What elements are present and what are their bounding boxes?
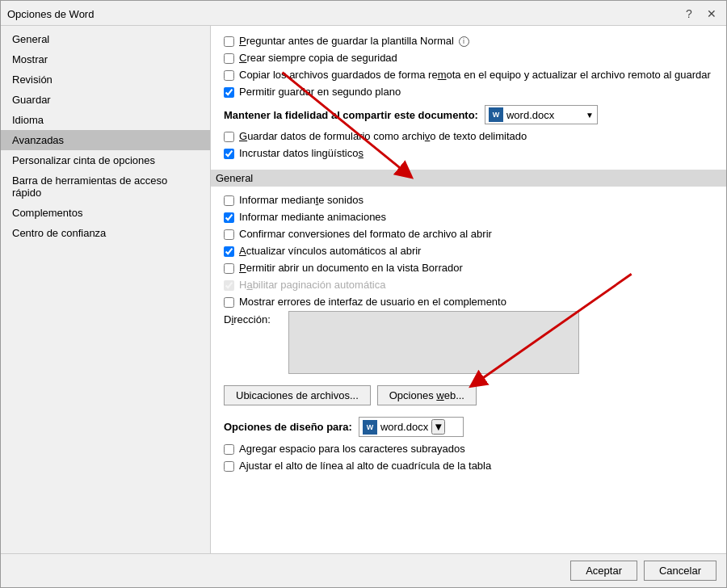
checkbox-sonidos[interactable] xyxy=(224,195,234,206)
direccion-container: Dirección: xyxy=(224,310,713,376)
diseno-word-icon: W xyxy=(363,420,377,435)
ubicaciones-button[interactable]: Ubicaciones de archivos... xyxy=(224,385,371,405)
opciones-web-button[interactable]: Opciones web... xyxy=(377,385,477,405)
label-paginacion-automatica: Habilitar paginación automática xyxy=(239,279,713,291)
diseno-section-row: Opciones de diseño para: W word.docx ▼ xyxy=(224,412,713,440)
options-dialog: Opciones de Word ? ✕ General Mostrar Rev… xyxy=(0,0,727,588)
dialog-footer: Aceptar Cancelar xyxy=(1,553,726,587)
sidebar-item-general[interactable]: General xyxy=(1,29,210,49)
label-segundo-plano[interactable]: Permitir guardar en segundo plano xyxy=(239,86,713,98)
option-vista-borrador: Permitir abrir un documento en la vista … xyxy=(224,259,713,276)
checkbox-confirmar-formato[interactable] xyxy=(224,229,234,240)
label-confirmar-formato[interactable]: Confirmar conversiones del formato de ar… xyxy=(239,228,713,240)
option-alto-cuadricula: Ajustar el alto de línea al alto de cuad… xyxy=(224,457,713,474)
label-vinculos-automaticos[interactable]: Actualizar vínculos automáticos al abrir xyxy=(239,245,713,257)
checkbox-vista-borrador[interactable] xyxy=(224,263,234,274)
diseno-select-value: word.docx xyxy=(380,421,428,433)
accept-button[interactable]: Aceptar xyxy=(570,561,637,581)
checkbox-copia-seguridad[interactable] xyxy=(224,53,234,64)
title-bar-right: ? ✕ xyxy=(681,6,720,22)
info-icon-plantilla: i xyxy=(459,36,469,47)
checkbox-paginacion-automatica xyxy=(224,280,234,291)
main-content: Preguntar antes de guardar la plantilla … xyxy=(211,26,726,553)
direccion-label: Dirección: xyxy=(224,310,271,327)
word-icon: W xyxy=(489,107,503,122)
option-datos-formulario: Guardar datos de formulario como archivo… xyxy=(224,128,713,145)
sidebar-item-personalizar[interactable]: Personalizar cinta de opciones xyxy=(1,150,210,170)
option-guardar-remoto: Copiar los archivos guardados de forma r… xyxy=(224,66,713,83)
option-datos-linguisticos: Incrustar datos lingüísticos xyxy=(224,145,713,162)
checkbox-datos-formulario[interactable] xyxy=(224,132,234,142)
option-segundo-plano: Permitir guardar en segundo plano xyxy=(224,83,713,100)
option-sonidos: Informar mediante sonidos xyxy=(224,191,713,208)
label-vista-borrador[interactable]: Permitir abrir un documento en la vista … xyxy=(239,262,713,274)
checkbox-vinculos-automaticos[interactable] xyxy=(224,246,234,257)
label-datos-linguisticos[interactable]: Incrustar datos lingüísticos xyxy=(239,147,713,159)
checkbox-plantilla-normal[interactable] xyxy=(224,36,234,47)
fidelity-select[interactable]: W word.docx ▼ xyxy=(485,105,598,124)
label-plantilla-normal[interactable]: Preguntar antes de guardar la plantilla … xyxy=(239,35,713,47)
sidebar-item-avanzadas[interactable]: Avanzadas xyxy=(1,130,210,150)
fidelity-label: Mantener la fidelidad al compartir este … xyxy=(224,109,478,121)
direccion-input[interactable] xyxy=(288,311,579,374)
general-section-header: General xyxy=(211,170,726,187)
label-copia-seguridad[interactable]: Crear siempre copia de seguridad xyxy=(239,52,713,64)
sidebar-item-guardar[interactable]: Guardar xyxy=(1,90,210,110)
checkbox-segundo-plano[interactable] xyxy=(224,87,234,98)
label-animaciones[interactable]: Informar mediante animaciones xyxy=(239,211,713,223)
checkbox-espacio-subrayados[interactable] xyxy=(224,444,234,455)
fidelity-row: Mantener la fidelidad al compartir este … xyxy=(224,100,713,128)
label-espacio-subrayados[interactable]: Agregar espacio para los caracteres subr… xyxy=(239,443,713,455)
diseno-dropdown-arrow[interactable]: ▼ xyxy=(431,419,445,435)
fidelity-select-value: word.docx xyxy=(506,109,582,121)
action-buttons-row: Ubicaciones de archivos... Opciones web.… xyxy=(224,379,713,412)
title-bar: Opciones de Word ? ✕ xyxy=(1,1,726,26)
label-errores-interfaz[interactable]: Mostrar errores de interfaz de usuario e… xyxy=(239,296,713,308)
checkbox-alto-cuadricula[interactable] xyxy=(224,461,234,472)
sidebar-item-acceso-rapido[interactable]: Barra de herramientas de acceso rápido xyxy=(1,170,210,203)
diseno-label: Opciones de diseño para: xyxy=(224,421,352,433)
direccion-box-wrapper xyxy=(224,311,713,374)
sidebar-item-revision[interactable]: Revisión xyxy=(1,69,210,90)
sidebar-item-mostrar[interactable]: Mostrar xyxy=(1,49,210,69)
sidebar-item-complementos[interactable]: Complementos xyxy=(1,203,210,223)
help-button[interactable]: ? xyxy=(681,6,697,22)
checkbox-animaciones[interactable] xyxy=(224,212,234,223)
sidebar: General Mostrar Revisión Guardar Idioma … xyxy=(1,26,211,553)
option-confirmar-formato: Confirmar conversiones del formato de ar… xyxy=(224,225,713,242)
option-animaciones: Informar mediante animaciones xyxy=(224,208,713,225)
fidelity-dropdown-arrow[interactable]: ▼ xyxy=(586,111,594,120)
close-button[interactable]: ✕ xyxy=(704,6,720,22)
sidebar-item-centro-confianza[interactable]: Centro de confianza xyxy=(1,223,210,243)
title-bar-left: Opciones de Word xyxy=(7,8,94,20)
option-plantilla-normal: Preguntar antes de guardar la plantilla … xyxy=(224,32,713,49)
option-paginacion-automatica: Habilitar paginación automática xyxy=(224,276,713,293)
diseno-select[interactable]: W word.docx ▼ xyxy=(359,417,464,437)
checkbox-errores-interfaz[interactable] xyxy=(224,297,234,308)
label-alto-cuadricula[interactable]: Ajustar el alto de línea al alto de cuad… xyxy=(239,460,713,472)
content-area: General Mostrar Revisión Guardar Idioma … xyxy=(1,26,726,553)
option-vinculos-automaticos: Actualizar vínculos automáticos al abrir xyxy=(224,242,713,259)
option-errores-interfaz: Mostrar errores de interfaz de usuario e… xyxy=(224,293,713,310)
label-guardar-remoto[interactable]: Copiar los archivos guardados de forma r… xyxy=(239,69,713,81)
option-espacio-subrayados: Agregar espacio para los caracteres subr… xyxy=(224,440,713,457)
checkbox-guardar-remoto[interactable] xyxy=(224,70,234,81)
cancel-button[interactable]: Cancelar xyxy=(644,561,716,581)
label-sonidos[interactable]: Informar mediante sonidos xyxy=(239,194,713,206)
checkbox-datos-linguisticos[interactable] xyxy=(224,149,234,159)
option-copia-seguridad: Crear siempre copia de seguridad xyxy=(224,49,713,66)
dialog-title: Opciones de Word xyxy=(7,8,94,20)
label-datos-formulario[interactable]: Guardar datos de formulario como archivo… xyxy=(239,130,713,142)
sidebar-item-idioma[interactable]: Idioma xyxy=(1,110,210,130)
